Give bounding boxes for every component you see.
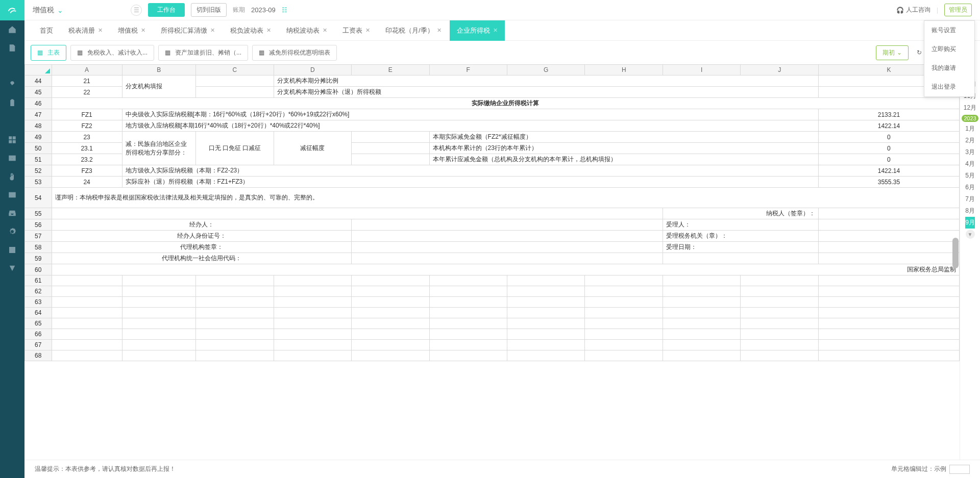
cell[interactable] <box>818 231 959 242</box>
row-header[interactable]: 50 <box>25 143 52 154</box>
cell[interactable] <box>52 286 122 297</box>
cell[interactable] <box>352 275 429 286</box>
nav-play-icon[interactable] <box>0 241 24 259</box>
nav-list-icon[interactable] <box>0 112 24 131</box>
spreadsheet[interactable]: A B C D E F G H I J K 4421 <box>24 64 960 460</box>
close-icon[interactable]: ✕ <box>266 27 271 34</box>
cell[interactable]: 地方级收入应纳税额[本期16行*40%或（18行+20行）*40%或22行*40… <box>122 120 818 132</box>
cell[interactable] <box>274 275 351 286</box>
cell[interactable]: 受理日期： <box>663 242 818 253</box>
col-header[interactable]: I <box>663 65 740 76</box>
cell[interactable] <box>52 318 122 329</box>
cell[interactable] <box>352 286 429 297</box>
cell[interactable] <box>585 350 663 361</box>
cell[interactable]: 0 <box>818 132 959 143</box>
tab-salary[interactable]: 工资表✕ <box>335 20 377 41</box>
cell[interactable] <box>507 308 585 318</box>
row-header[interactable]: 65 <box>25 318 52 329</box>
cell[interactable] <box>663 329 740 340</box>
company-select[interactable]: 增值税 ⌄ <box>33 6 125 15</box>
cell[interactable] <box>429 329 507 340</box>
nav-chart-icon[interactable] <box>0 57 24 76</box>
row-header[interactable]: 48 <box>25 120 52 132</box>
cell[interactable] <box>122 340 196 350</box>
cell[interactable] <box>122 275 196 286</box>
cell[interactable] <box>663 253 818 264</box>
cell[interactable] <box>122 297 196 308</box>
nav-gear-icon[interactable] <box>0 222 24 241</box>
cell[interactable]: 0 <box>818 154 959 165</box>
col-header[interactable]: C <box>196 65 274 76</box>
cell[interactable]: 23.2 <box>52 154 122 165</box>
rail-month[interactable]: 7月 <box>965 193 975 205</box>
cell[interactable]: 经办人身份证号： <box>52 231 352 242</box>
cell[interactable] <box>52 340 122 350</box>
cell[interactable]: 国家税务总局监制 <box>52 264 959 275</box>
cell[interactable] <box>196 329 274 340</box>
cell[interactable] <box>741 340 818 350</box>
subtab-main[interactable]: ▦主表 <box>31 45 66 61</box>
cell[interactable] <box>352 329 429 340</box>
cell[interactable]: 受理税务机关（章）： <box>663 231 818 242</box>
row-header[interactable]: 55 <box>25 208 52 219</box>
cell[interactable] <box>274 340 351 350</box>
cell[interactable]: 21 <box>52 76 122 87</box>
close-icon[interactable]: ✕ <box>141 27 145 34</box>
cell[interactable] <box>663 297 740 308</box>
cell[interactable] <box>818 286 959 297</box>
cell[interactable] <box>818 318 959 329</box>
cell[interactable] <box>663 340 740 350</box>
row-header[interactable]: 63 <box>25 297 52 308</box>
cell[interactable] <box>741 329 818 340</box>
cell[interactable] <box>741 308 818 318</box>
close-icon[interactable]: ✕ <box>98 27 103 34</box>
nav-doc-icon[interactable] <box>0 39 24 57</box>
cell[interactable] <box>741 275 818 286</box>
cell[interactable] <box>429 308 507 318</box>
cell[interactable] <box>122 286 196 297</box>
cell[interactable]: 分支机构本期分摊比例 <box>274 76 818 87</box>
row-header[interactable]: 44 <box>25 76 52 87</box>
cell[interactable] <box>585 308 663 318</box>
cell[interactable] <box>274 329 351 340</box>
cell[interactable] <box>585 275 663 286</box>
cell[interactable] <box>663 308 740 318</box>
col-header[interactable]: E <box>352 65 429 76</box>
cell[interactable]: 纳税人（签章）： <box>663 208 818 219</box>
cell[interactable] <box>663 286 740 297</box>
cell[interactable] <box>352 340 429 350</box>
cell[interactable]: 3555.35 <box>818 177 959 188</box>
cell[interactable] <box>429 297 507 308</box>
cell[interactable] <box>196 87 274 98</box>
cell[interactable]: 本机构本年累计的（23行的本年累计） <box>429 143 818 154</box>
note-icon[interactable]: ☰ <box>131 5 142 16</box>
cell[interactable] <box>429 275 507 286</box>
nav-inbox-icon[interactable] <box>0 204 24 222</box>
cell[interactable] <box>741 318 818 329</box>
rail-month[interactable]: 3月 <box>965 146 975 158</box>
cell[interactable] <box>352 308 429 318</box>
cell[interactable] <box>818 219 959 231</box>
cell[interactable]: 分支机构填报 <box>122 76 196 98</box>
cell[interactable]: 22 <box>52 87 122 98</box>
subtab-preference[interactable]: ▦减免所得税优惠明细表 <box>252 45 337 61</box>
tab-vat[interactable]: 增值税✕ <box>111 20 153 41</box>
row-header[interactable]: 64 <box>25 308 52 318</box>
close-icon[interactable]: ✕ <box>323 27 327 34</box>
col-header[interactable]: F <box>429 65 507 76</box>
cell[interactable] <box>429 350 507 361</box>
nav-clipboard-icon[interactable] <box>0 94 24 112</box>
row-header[interactable]: 59 <box>25 253 52 264</box>
cell[interactable]: 本年累计应减免金额（总机构及分支机构的本年累计，总机构填报） <box>429 154 818 165</box>
rail-month[interactable]: 12月 <box>964 102 976 114</box>
cell[interactable] <box>52 308 122 318</box>
cell[interactable]: FZ2 <box>52 120 122 132</box>
cell[interactable] <box>585 340 663 350</box>
cell[interactable] <box>196 76 274 87</box>
nav-v-icon[interactable] <box>0 259 24 278</box>
cell[interactable]: 代理机构统一社会信用代码： <box>52 253 352 264</box>
cell[interactable] <box>741 297 818 308</box>
cell[interactable]: 1422.14 <box>818 120 959 132</box>
select-all-corner[interactable] <box>25 65 52 76</box>
cell[interactable]: FZ3 <box>52 165 122 177</box>
